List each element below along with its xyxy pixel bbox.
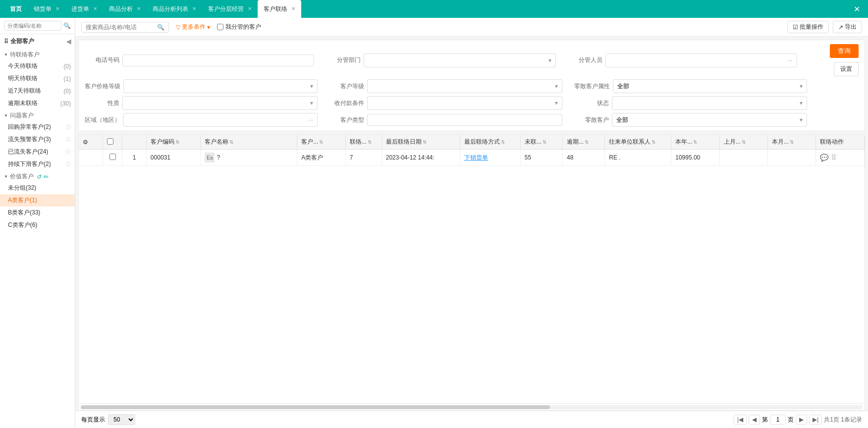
td-this-month (768, 150, 816, 166)
last-contact-method-link[interactable]: 下销货单 (464, 154, 488, 161)
sidebar-item-overdue[interactable]: 逾期未联络(30) (0, 97, 75, 109)
sort-icon[interactable]: ⇅ (501, 139, 505, 145)
contact-icon[interactable]: 💬 (820, 154, 828, 161)
search-input[interactable] (86, 24, 155, 31)
th-contact-count: 联络...⇅ (345, 135, 381, 150)
sort-icon[interactable]: ⇅ (175, 139, 179, 145)
page-number-input[interactable] (770, 415, 786, 425)
nav-tab-5[interactable]: 客户联络 ✕ (258, 0, 301, 18)
next-page-button[interactable]: ▶ (796, 415, 807, 425)
phone-input[interactable] (122, 54, 314, 66)
payment-select[interactable]: ▾ (367, 96, 562, 110)
app-close-button[interactable]: ✕ (850, 4, 864, 14)
horizontal-scrollbar-thumb[interactable] (81, 405, 550, 409)
sidebar-item-churn-warning[interactable]: 流失预警客户(3) ⓘ (0, 133, 75, 146)
sidebar-search-input[interactable] (4, 21, 61, 31)
prev-page-button[interactable]: ◀ (749, 415, 760, 425)
refresh-icon[interactable]: ↺ (37, 173, 42, 180)
my-customer-checkbox[interactable]: 我分管的客户 (217, 23, 261, 31)
filter-row-2: 客户价格等级 ▾ 客户等级 ▾ (85, 79, 859, 93)
region-select[interactable]: ··· (123, 113, 318, 127)
nav-tab-3[interactable]: 商品分析列表 ✕ (147, 0, 202, 18)
sort-icon[interactable]: ⇅ (742, 139, 746, 145)
td-name: Ea ? (201, 150, 297, 166)
nav-tab-4[interactable]: 客户分层经营 ✕ (202, 0, 258, 18)
sidebar-item-a-class[interactable]: A类客户(1) (0, 194, 75, 207)
sort-icon[interactable]: ⇅ (229, 139, 233, 145)
filter-cell-customer-type: 客户类型 (329, 114, 562, 126)
filter-area: 电话号码 分管部门 ▾ 分管人员 (78, 40, 865, 131)
page-size-select[interactable]: 50 100 200 (108, 414, 135, 425)
chevron-down-icon: ▾ (207, 24, 210, 31)
sidebar-item-ungrouped[interactable]: 未分组(32) (0, 182, 75, 194)
sort-icon[interactable]: ⇅ (585, 139, 589, 145)
edit-icon[interactable]: ✏ (44, 173, 49, 180)
td-overdue: 48 (563, 150, 605, 166)
triangle-icon: ▼ (4, 53, 8, 57)
sidebar-item-7days[interactable]: 近7天待联络(0) (0, 85, 75, 97)
sort-icon[interactable]: ⇅ (651, 139, 655, 145)
status-select[interactable]: ▾ (612, 96, 807, 110)
sidebar-item-b-class[interactable]: B类客户(33) (0, 207, 75, 219)
sidebar-group-problem[interactable]: ▼ 问题客户 (0, 109, 75, 121)
manager-select[interactable]: ··· (605, 54, 797, 67)
filter-cell-region: 区域（地区） ··· (85, 113, 318, 127)
filter-cell-status: 状态 ▾ (574, 96, 807, 110)
close-icon[interactable]: ✕ (192, 0, 196, 18)
settings-button[interactable]: 设置 (834, 62, 859, 76)
price-level-select[interactable]: ▾ (123, 79, 318, 93)
scatter-customer-select[interactable]: 全部 ▾ (612, 113, 807, 127)
sidebar-item-c-class[interactable]: C类客户(6) (0, 219, 75, 231)
td-gear (79, 150, 103, 166)
dept-select[interactable]: ▾ (364, 54, 555, 67)
chevron-down-icon: ▾ (800, 83, 803, 90)
last-page-button[interactable]: ▶| (809, 415, 822, 425)
sidebar-search-icon[interactable]: 🔍 (63, 22, 71, 29)
sidebar-item-declining[interactable]: 持续下滑客户(2) ⓘ (0, 158, 75, 170)
sidebar-item-today[interactable]: 今天待联络(0) (0, 60, 75, 72)
close-icon[interactable]: ✕ (291, 0, 295, 18)
close-icon[interactable]: ✕ (93, 0, 97, 18)
close-icon[interactable]: ✕ (248, 0, 252, 18)
sidebar-item-tomorrow[interactable]: 明天待联络(1) (0, 72, 75, 85)
gear-icon[interactable]: ⚙ (83, 139, 88, 146)
query-button[interactable]: 查询 (830, 44, 859, 58)
export-button[interactable]: ↗ 导出 (833, 21, 862, 33)
collapse-icon[interactable]: ◀ (66, 38, 71, 45)
scatter-attr-select[interactable]: 全部 ▾ (613, 79, 807, 93)
batch-button[interactable]: ☑ 批量操作 (787, 21, 829, 33)
sort-icon[interactable]: ⇅ (542, 139, 546, 145)
toolbar-right: ☑ 批量操作 ↗ 导出 (787, 21, 862, 33)
sort-icon[interactable]: ⇅ (368, 139, 372, 145)
triangle-icon: ▼ (4, 174, 8, 179)
first-page-button[interactable]: |◀ (734, 415, 747, 425)
footer-left: 每页显示 50 100 200 (81, 414, 135, 425)
all-customers-header[interactable]: ⠿ 全部客户 ◀ (0, 34, 75, 49)
nav-tab-1[interactable]: 进货单 ✕ (65, 0, 103, 18)
row-checkbox[interactable] (109, 154, 116, 160)
info-icon: ⓘ (66, 149, 71, 156)
select-all-checkbox[interactable] (107, 138, 113, 145)
customer-level-select[interactable]: ▾ (367, 79, 562, 93)
sidebar-item-churned[interactable]: 已流失客户(24) ⓘ (0, 146, 75, 158)
filter-button[interactable]: ▽ 更多条件 ▾ (173, 21, 213, 33)
close-icon[interactable]: ✕ (55, 0, 59, 18)
nav-home[interactable]: 首页 (4, 0, 28, 18)
sidebar-group-pending[interactable]: ▼ 待联络客户 (0, 49, 75, 60)
nature-select[interactable]: ▾ (122, 96, 318, 110)
customer-type-input[interactable] (367, 114, 562, 126)
sidebar-group-value[interactable]: ▼ 价值客户 ↺ ✏ (0, 170, 75, 182)
more-action-icon[interactable]: ⠿ (831, 154, 836, 161)
nav-tab-2[interactable]: 商品分析 ✕ (103, 0, 147, 18)
td-action: 💬 ⠿ (816, 150, 865, 166)
sidebar-item-repurchase-abnormal[interactable]: 回购异常客户(2) ⓘ (0, 121, 75, 133)
sort-icon[interactable]: ⇅ (693, 139, 697, 145)
search-icon[interactable]: 🔍 (157, 24, 164, 31)
sort-icon[interactable]: ⇅ (319, 139, 323, 145)
main-layout: 🔍 ⠿ 全部客户 ◀ ▼ 待联络客户 今天待联络(0) 明天待联络(1) 近7天… (0, 18, 868, 428)
my-customer-check[interactable] (217, 24, 223, 30)
sort-icon[interactable]: ⇅ (790, 139, 794, 145)
close-icon[interactable]: ✕ (137, 0, 141, 18)
sort-icon[interactable]: ⇅ (423, 139, 427, 145)
nav-tab-0[interactable]: 销货单 ✕ (28, 0, 65, 18)
